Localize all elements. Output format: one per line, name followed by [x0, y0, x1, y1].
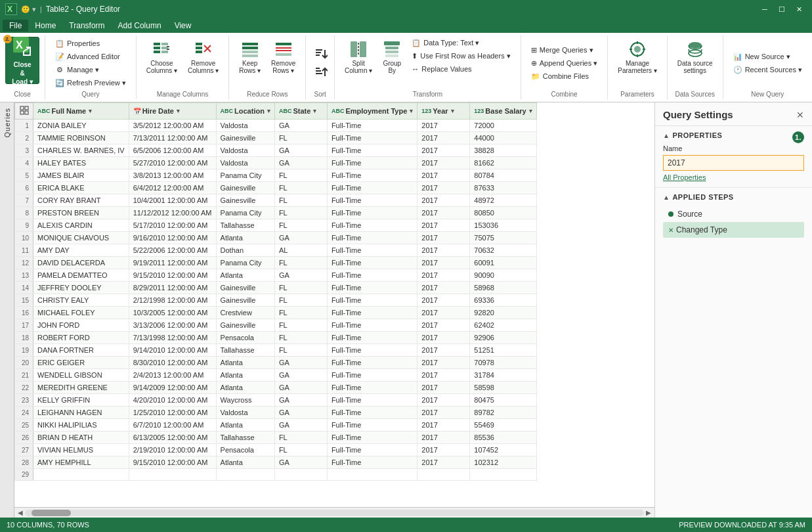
table-cell — [327, 469, 417, 481]
table-row[interactable]: 17JOHN FORD3/13/2006 12:00:00 AMGainesvi… — [15, 319, 537, 332]
col-header-employment-type[interactable]: ABC Employment Type ▾ — [327, 103, 417, 120]
table-row[interactable]: 21WENDELL GIBSON2/4/2013 12:00:00 AMAtla… — [15, 369, 537, 382]
table-row[interactable]: 5JAMES BLAIR3/8/2013 12:00:00 AMPanama C… — [15, 169, 537, 182]
combine-files-button[interactable]: 📁 Combine Files — [526, 70, 593, 83]
col-header-state[interactable]: ABC State ▾ — [274, 103, 327, 120]
table-row[interactable]: 24LEIGHANN HAGEN1/25/2010 12:00:00 AMVal… — [15, 407, 537, 419]
location-sort[interactable]: ▾ — [267, 108, 270, 114]
col-header-hire-date[interactable]: 📅 Hire Date ▾ — [129, 103, 216, 120]
table-row[interactable]: 1ZONIA BAILEY3/5/2012 12:00:00 AMValdost… — [15, 120, 537, 132]
remove-columns-button[interactable]: RemoveColumns ▾ — [183, 37, 223, 78]
salary-sort[interactable]: ▾ — [529, 108, 532, 114]
qs-close-button[interactable]: ✕ — [796, 110, 804, 120]
col-header-base-salary[interactable]: 123 Base Salary ▾ — [470, 103, 536, 120]
scrollbar-track[interactable] — [25, 510, 644, 516]
all-properties-link[interactable]: All Properties — [663, 173, 706, 181]
table-row[interactable]: 4HALEY BATES5/27/2010 12:00:00 AMValdost… — [15, 157, 537, 169]
scroll-left-arrow[interactable]: ◀ — [16, 508, 25, 518]
maximize-button[interactable]: ☐ — [774, 3, 790, 16]
table-row[interactable]: 14JEFFREY DOOLEY8/29/2011 12:00:00 AMGai… — [15, 282, 537, 294]
col-header-location[interactable]: ABC Location ▾ — [216, 103, 274, 120]
table-cell: 6/13/2005 12:00:00 AM — [129, 432, 216, 444]
recent-sources-button[interactable]: 🕐 Recent Sources ▾ — [729, 64, 807, 76]
advanced-editor-button[interactable]: 📝 Advanced Editor — [51, 50, 125, 63]
keep-rows-button[interactable]: KeepRows ▾ — [234, 37, 265, 78]
first-row-headers-button[interactable]: ⬆ Use First Row as Headers ▾ — [407, 50, 515, 62]
table-row[interactable]: 6ERICA BLAKE6/4/2012 12:00:00 AMGainesvi… — [15, 182, 537, 194]
table-row[interactable]: 8PRESTON BREEN11/12/2012 12:00:00 AMPana… — [15, 207, 537, 219]
step-delete-icon[interactable]: ✕ — [668, 227, 673, 234]
data-source-settings-button[interactable]: Data sourcesettings — [673, 37, 717, 78]
new-source-button[interactable]: 📊 New Source ▾ — [729, 51, 795, 63]
table-row[interactable]: 11AMY DAY5/22/2006 12:00:00 AMDothanALFu… — [15, 244, 537, 257]
menu-item-add-column[interactable]: Add Column — [112, 20, 168, 32]
table-row[interactable]: 18ROBERT FORD7/13/1998 12:00:00 AMPensac… — [15, 332, 537, 344]
table-row[interactable]: 28AMY HEMPHILL9/15/2010 12:00:00 AMAtlan… — [15, 456, 537, 469]
properties-toggle[interactable]: ▲ — [663, 132, 670, 139]
table-row[interactable]: 7CORY RAY BRANT10/4/2001 12:00:00 AMGain… — [15, 194, 537, 207]
merge-queries-button[interactable]: ⊞ Merge Queries ▾ — [526, 44, 598, 56]
full-name-sort[interactable]: ▾ — [89, 108, 92, 114]
table-cell: MEREDITH GREENE — [33, 382, 129, 394]
table-row[interactable]: 13PAMELA DEMATTEO9/15/2010 12:00:00 AMAt… — [15, 269, 537, 282]
refresh-preview-button[interactable]: 🔄 Refresh Preview ▾ — [51, 76, 131, 89]
table-row[interactable]: 20ERIC GEIGER8/30/2010 12:00:00 AMAtlant… — [15, 357, 537, 369]
merge-label: Merge Queries ▾ — [540, 46, 593, 55]
append-queries-button[interactable]: ⊕ Append Queries ▾ — [526, 57, 603, 70]
svg-rect-49 — [25, 106, 28, 110]
emp-type-sort[interactable]: ▾ — [410, 108, 413, 114]
manage-button[interactable]: ⚙ Manage ▾ — [51, 63, 104, 76]
table-cell: 2017 — [417, 132, 470, 144]
table-row[interactable]: 26BRIAN D HEATH6/13/2005 12:00:00 AMTall… — [15, 432, 537, 444]
table-cell: 9/14/2009 12:00:00 AM — [129, 382, 216, 394]
table-row[interactable]: 23KELLY GRIFFIN4/20/2010 12:00:00 AMWayc… — [15, 394, 537, 407]
sort-asc-button[interactable] — [311, 45, 331, 62]
col-header-full-name[interactable]: ABC Full Name ▾ — [33, 103, 129, 120]
table-row[interactable]: 19DANA FORTNER9/14/2010 12:00:00 AMTalla… — [15, 344, 537, 357]
menu-item-file[interactable]: File — [3, 20, 28, 32]
step-source[interactable]: Source — [663, 206, 804, 222]
remove-rows-button[interactable]: RemoveRows ▾ — [267, 37, 300, 78]
replace-values-button[interactable]: ↔ Replace Values — [407, 63, 515, 75]
expand-col-header[interactable] — [15, 103, 33, 120]
table-row[interactable]: 3CHARLES W. BARNES, IV6/5/2006 12:00:00 … — [15, 144, 537, 157]
scrollbar-thumb[interactable] — [32, 510, 71, 516]
scroll-right-arrow[interactable]: ▶ — [644, 508, 653, 518]
menu-item-transform[interactable]: Transform — [62, 20, 111, 32]
split-column-button[interactable]: SplitColumn ▾ — [340, 37, 377, 78]
row-num-cell: 13 — [15, 269, 33, 282]
year-sort[interactable]: ▾ — [451, 108, 454, 114]
table-row[interactable]: 10MONIQUE CHAVOUS9/16/2010 12:00:00 AMAt… — [15, 232, 537, 244]
table-row[interactable]: 27VIVIAN HELMUS2/19/2010 12:00:00 AMPens… — [15, 444, 537, 456]
table-row[interactable]: 25NIKKI HALIPILIAS6/7/2010 12:00:00 AMAt… — [15, 419, 537, 432]
group-by-button[interactable]: GroupBy — [378, 37, 406, 78]
manage-parameters-button[interactable]: ManageParameters ▾ — [613, 37, 661, 78]
query-name-input[interactable] — [663, 155, 804, 171]
applied-steps-toggle[interactable]: ▲ — [663, 194, 670, 201]
table-row[interactable]: 9ALEXIS CARDIN5/17/2010 12:00:00 AMTalla… — [15, 219, 537, 232]
step-changed-type[interactable]: ✕ Changed Type — [663, 222, 804, 238]
table-row[interactable]: 12DAVID DELACERDA9/19/2011 12:00:00 AMPa… — [15, 257, 537, 269]
table-row[interactable]: 15CHRISTY EALY2/12/1998 12:00:00 AMGaine… — [15, 294, 537, 307]
horizontal-scrollbar[interactable]: ◀ ▶ — [14, 507, 654, 518]
choose-columns-button[interactable]: ChooseColumns ▾ — [142, 37, 182, 78]
table-row[interactable]: 2TAMMIE ROBINSON7/13/2011 12:00:00 AMGai… — [15, 132, 537, 144]
hire-date-sort[interactable]: ▾ — [177, 108, 180, 114]
properties-button[interactable]: 📋 Properties — [51, 37, 104, 50]
menu-item-home[interactable]: Home — [28, 20, 62, 32]
table-cell: Full-Time — [327, 257, 417, 269]
menu-item-view[interactable]: View — [168, 20, 198, 32]
sort-desc-button[interactable] — [311, 64, 331, 81]
data-type-button[interactable]: 📋 Data Type: Text ▾ — [407, 37, 515, 49]
close-load-button[interactable]: X Close &Load ▾ 2. — [5, 37, 39, 84]
col-header-year[interactable]: 123 Year ▾ — [417, 103, 470, 120]
minimize-button[interactable]: ─ — [757, 3, 773, 16]
table-row[interactable]: 29 — [15, 469, 537, 481]
table-row[interactable]: 22MEREDITH GREENE9/14/2009 12:00:00 AMAt… — [15, 382, 537, 394]
table-row[interactable]: 16MICHAEL FOLEY10/3/2005 12:00:00 AMCres… — [15, 307, 537, 319]
state-sort[interactable]: ▾ — [313, 108, 316, 114]
queries-sidebar[interactable]: Queries — [0, 102, 14, 518]
table-container[interactable]: ABC Full Name ▾ 📅 Hire Date ▾ — [14, 102, 654, 507]
close-window-button[interactable]: ✕ — [791, 3, 807, 16]
title-bar-controls[interactable]: ─ ☐ ✕ — [757, 3, 807, 16]
